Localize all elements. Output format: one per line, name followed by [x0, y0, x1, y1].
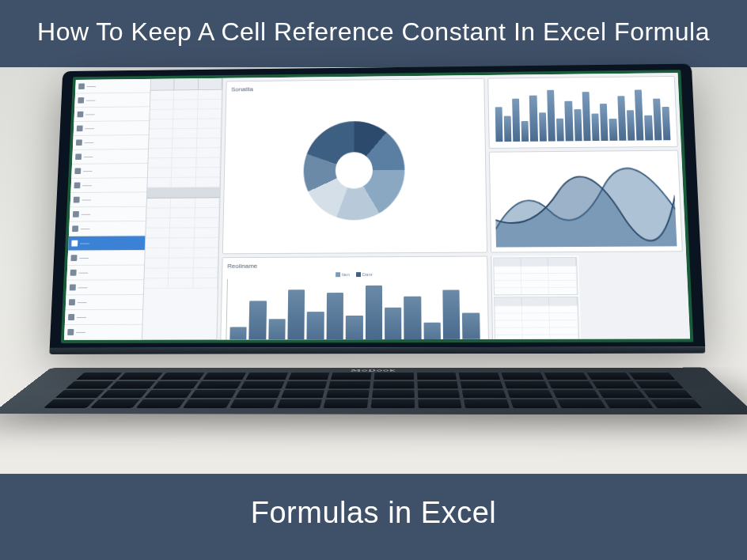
table-row	[144, 268, 218, 278]
data-column	[142, 78, 223, 340]
folder-icon	[74, 168, 81, 174]
sidebar-item: ——	[66, 295, 143, 310]
sidebar-item: ——	[74, 107, 149, 122]
folder-icon	[77, 125, 83, 131]
folder-icon	[70, 284, 76, 290]
folder-icon	[78, 112, 84, 118]
folder-icon	[69, 299, 75, 305]
table-row	[150, 100, 222, 110]
table-row	[145, 258, 218, 268]
sidebar-item: ——	[70, 178, 146, 193]
keyboard-deck: MoBook	[0, 367, 747, 414]
table-row	[148, 157, 220, 168]
mini-table	[494, 297, 580, 343]
bottom-title-banner: Formulas in Excel	[0, 474, 747, 560]
area-chart	[494, 155, 677, 247]
bar-chart	[226, 278, 483, 342]
table-row	[149, 138, 221, 149]
folder-icon	[70, 255, 77, 261]
chart-title: Sonatlla	[231, 83, 479, 93]
sidebar-item: ——	[69, 221, 146, 236]
sidebar-item: ——	[75, 79, 150, 94]
table-row	[144, 278, 218, 289]
sidebar-item: ——	[65, 310, 142, 325]
sidebar-item-selected: ——	[68, 236, 145, 251]
table-row	[150, 90, 222, 100]
data-header	[151, 78, 222, 91]
table-row	[146, 198, 219, 208]
sidebar-item: ——	[74, 121, 150, 136]
sidebar-item: ——	[73, 135, 149, 150]
folder-icon	[73, 211, 79, 218]
table-row	[146, 228, 218, 238]
right-data-panel	[491, 255, 582, 343]
excel-screen: —— —— —— —— —— —— —— —— —— —— —— —— —— —…	[61, 70, 694, 343]
table-row	[145, 248, 218, 258]
folder-icon	[71, 240, 78, 247]
pie-wrap	[228, 93, 482, 248]
folder-icon	[67, 329, 74, 335]
table-row	[149, 128, 221, 138]
laptop-hinge	[49, 346, 705, 354]
chart-legend: Iten Danr	[227, 271, 482, 277]
folder-icon	[72, 225, 78, 232]
sparkline-bars	[493, 81, 673, 143]
category-label: Formulas in Excel	[251, 496, 496, 529]
charts-area: Sonatlla	[217, 73, 690, 339]
sidebar-item: ——	[70, 206, 146, 221]
folder-icon	[76, 139, 82, 146]
folder-icon	[74, 197, 80, 203]
sidebar-item: ——	[70, 192, 147, 207]
keyboard	[44, 372, 702, 408]
table-row	[148, 168, 221, 178]
table-row	[149, 148, 221, 158]
illustration-area: —— —— —— —— —— —— —— —— —— —— —— —— —— —…	[0, 67, 747, 455]
mini-table	[493, 257, 578, 295]
folder-icon	[74, 182, 80, 188]
table-row	[150, 109, 222, 119]
sidebar-item: ——	[66, 265, 144, 280]
folder-icon	[68, 314, 74, 320]
table-row	[146, 238, 219, 248]
main-bars-box: Reoliname Iten Danr	[220, 256, 489, 343]
chart-title: Reoliname	[227, 261, 482, 269]
sidebar-item: ——	[66, 280, 144, 295]
table-row	[147, 177, 220, 187]
sidebar-item: ——	[74, 93, 150, 108]
top-title-banner: How To Keep A Cell Reference Constant In…	[0, 0, 747, 67]
pie-chart-box: Sonatlla	[222, 78, 487, 255]
laptop-illustration: —— —— —— —— —— —— —— —— —— —— —— —— —— —…	[43, 63, 712, 497]
data-rows	[142, 90, 222, 340]
small-bars-box	[487, 76, 678, 149]
folder-icon	[78, 83, 85, 89]
table-row	[146, 208, 219, 218]
table-row	[150, 119, 222, 129]
sidebar-item: ——	[71, 164, 147, 179]
table-row	[146, 218, 219, 228]
sidebar-item: ——	[64, 325, 142, 340]
data-subheader	[147, 187, 220, 199]
page-title: How To Keep A Cell Reference Constant In…	[37, 17, 710, 46]
sidebar-item: ——	[72, 149, 148, 165]
area-chart-box	[488, 149, 682, 252]
screen-bezel: —— —— —— —— —— —— —— —— —— —— —— —— —— —…	[50, 63, 705, 347]
folder-icon	[75, 153, 82, 160]
donut-chart	[303, 121, 405, 221]
laptop-brand-label: MoBook	[351, 369, 396, 373]
folder-icon	[70, 270, 77, 276]
sidebar-item: ——	[67, 251, 144, 266]
nav-sidebar: —— —— —— —— —— —— —— —— —— —— —— —— —— —…	[64, 79, 151, 340]
folder-icon	[78, 97, 84, 104]
